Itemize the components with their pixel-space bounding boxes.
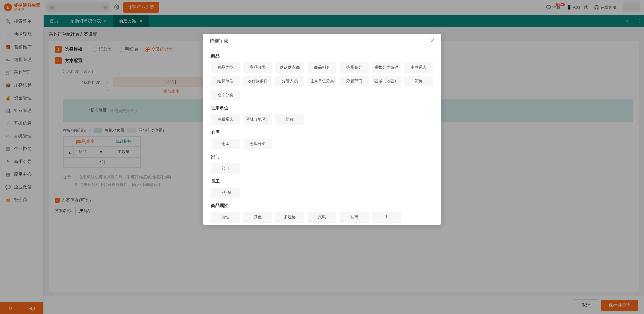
- modal-close-button[interactable]: ✕: [430, 38, 434, 44]
- field-chip[interactable]: 多规格: [275, 212, 304, 223]
- modal-body: 商品商品类型商品分类默认供应商商品别名拣货积分税收分类编码主联系人结算单位收付款…: [203, 48, 441, 225]
- field-chip[interactable]: 仓库: [211, 139, 240, 149]
- field-chip[interactable]: 结算单位: [211, 76, 240, 86]
- field-chip[interactable]: 商品类型: [211, 62, 240, 73]
- field-group: 部门部门: [211, 154, 433, 174]
- field-chip[interactable]: 业务员: [211, 188, 240, 198]
- field-chip[interactable]: 颜色: [243, 212, 272, 223]
- field-chip[interactable]: 尺码: [308, 212, 336, 223]
- field-chip[interactable]: 主联系人: [404, 62, 433, 73]
- field-chip[interactable]: 鞋码: [340, 212, 369, 223]
- field-chip[interactable]: 属性: [211, 212, 240, 223]
- field-chip[interactable]: 收付款条件: [243, 76, 272, 86]
- field-chip[interactable]: 部门: [211, 163, 240, 174]
- field-chip[interactable]: 区域（地区）: [243, 114, 272, 125]
- field-chip[interactable]: 仓库分类: [211, 90, 240, 100]
- field-chip[interactable]: 商品别名: [308, 62, 336, 73]
- field-chip[interactable]: 仓库分类: [243, 139, 272, 149]
- field-chip[interactable]: 往来单位分类: [308, 76, 336, 86]
- field-group-title: 往来单位: [211, 105, 433, 111]
- field-chip[interactable]: 简称: [275, 114, 304, 125]
- field-group: 仓库仓库仓库分类: [211, 129, 433, 149]
- field-chip[interactable]: 分管部门: [340, 76, 369, 86]
- field-chip[interactable]: 区域（地区）: [372, 76, 401, 86]
- field-group: 员工业务员: [211, 178, 433, 198]
- field-group-title: 仓库: [211, 129, 433, 135]
- field-chip[interactable]: 分管人员: [275, 76, 304, 86]
- modal-title: 待选字段: [210, 38, 228, 44]
- field-chip[interactable]: 商品分类: [243, 62, 272, 73]
- field-group-title: 商品: [211, 53, 433, 59]
- field-chip[interactable]: 简称: [404, 76, 433, 86]
- modal-header: 待选字段 ✕: [203, 34, 441, 48]
- field-chip[interactable]: 1: [372, 212, 401, 223]
- field-group: 往来单位主联系人区域（地区）简称: [211, 105, 433, 125]
- field-chip[interactable]: 拣货积分: [340, 62, 369, 73]
- field-group-title: 部门: [211, 154, 433, 160]
- field-group: 商品商品类型商品分类默认供应商商品别名拣货积分税收分类编码主联系人结算单位收付款…: [211, 53, 433, 100]
- field-chip[interactable]: 税收分类编码: [372, 62, 401, 73]
- field-group: 商品属性属性颜色多规格尺码鞋码1: [211, 203, 433, 223]
- field-chip[interactable]: 主联系人: [211, 114, 240, 125]
- field-chip[interactable]: 默认供应商: [275, 62, 304, 73]
- field-group-title: 商品属性: [211, 203, 433, 209]
- field-group-title: 员工: [211, 178, 433, 184]
- field-selector-modal: 待选字段 ✕ 商品商品类型商品分类默认供应商商品别名拣货积分税收分类编码主联系人…: [203, 34, 441, 225]
